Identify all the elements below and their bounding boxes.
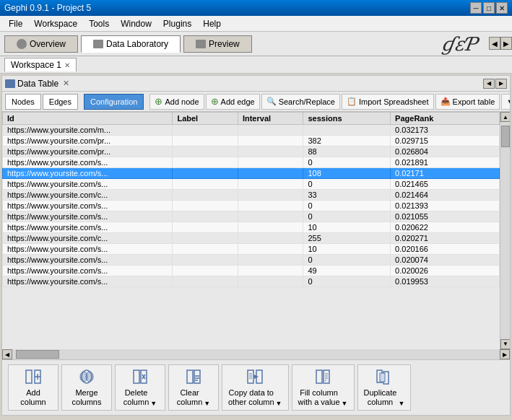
maximize-button[interactable]: □ <box>483 2 495 14</box>
table-row[interactable]: https://www.yoursite.com/s...100.020622 <box>3 222 500 233</box>
tab-nodes[interactable]: Nodes <box>5 94 41 110</box>
panel-close-icon[interactable]: ✕ <box>63 79 69 88</box>
scroll-down-button[interactable]: ▼ <box>500 339 510 349</box>
table-cell: 0.020074 <box>391 255 500 266</box>
table-row[interactable]: https://www.yoursite.com/pr...3820.02971… <box>3 136 500 146</box>
table-cell: 0.020271 <box>391 233 500 244</box>
add-node-button[interactable]: ⊕ Add node <box>149 94 204 110</box>
table-row[interactable]: https://www.yoursite.com/s...00.021393 <box>3 201 500 211</box>
table-cell: 88 <box>303 146 391 157</box>
merge-columns-button[interactable]: Mergecolumns <box>61 364 112 411</box>
table-cell: https://www.yoursite.com/s... <box>3 266 173 276</box>
minimize-button[interactable]: ─ <box>470 2 482 14</box>
scroll-up-button[interactable]: ▲ <box>500 112 510 122</box>
table-cell <box>238 211 303 222</box>
duplicate-column-button[interactable]: Duplicatecolumn ▼ <box>357 364 412 411</box>
svg-point-7 <box>86 372 93 382</box>
table-cell: https://www.yoursite.com/s... <box>3 276 173 287</box>
workspace-tab[interactable]: Workspace 1 ✕ <box>4 58 77 71</box>
menu-file[interactable]: File <box>3 17 28 30</box>
table-cell <box>238 190 303 201</box>
tab-data-laboratory[interactable]: Data Laboratory <box>81 35 181 53</box>
search-replace-button[interactable]: 🔍 Search/Replace <box>261 94 340 110</box>
export-table-button[interactable]: 📤 Export table <box>435 94 500 110</box>
table-cell: 255 <box>303 233 391 244</box>
table-cell: https://www.yoursite.com/s... <box>3 244 173 255</box>
table-cell <box>238 125 303 136</box>
tab-edges[interactable]: Edges <box>43 94 78 110</box>
svg-rect-8 <box>134 370 139 383</box>
delete-column-label-row: Deletecolumn ▼ <box>123 388 157 407</box>
table-cell: https://www.yoursite.com/s... <box>3 157 173 168</box>
add-column-button[interactable]: Addcolumn <box>8 364 58 411</box>
table-cell: https://www.yoursite.com/s... <box>3 211 173 222</box>
title-bar: Gephi 0.9.1 - Project 5 ─ □ ✕ <box>0 0 512 16</box>
tab-configuration[interactable]: Configuration <box>84 94 144 110</box>
table-cell: 0.021393 <box>391 201 500 211</box>
table-cell <box>238 179 303 190</box>
table-row[interactable]: https://www.yoursite.com/s...490.020026 <box>3 266 500 276</box>
h-scroll-thumb[interactable] <box>16 350 59 359</box>
menu-tools[interactable]: Tools <box>83 17 115 30</box>
menu-workspace[interactable]: Workspace <box>28 17 83 30</box>
nav-arrow-right[interactable]: ▶ <box>500 37 512 50</box>
table-row[interactable]: https://www.yoursite.com/pr...880.026804 <box>3 146 500 157</box>
table-cell: 0.02171 <box>391 168 500 179</box>
import-spreadsheet-button[interactable]: 📋 Import Spreadsheet <box>342 94 434 110</box>
add-column-icon <box>25 368 42 385</box>
panel-nav-left[interactable]: ◀ <box>483 79 495 89</box>
delete-column-icon <box>131 368 149 385</box>
table-row[interactable]: https://www.yoursite.com/s...00.019953 <box>3 276 500 287</box>
add-node-icon: ⊕ <box>155 96 162 107</box>
vertical-scrollbar: ▲ ▼ <box>500 112 510 349</box>
close-button[interactable]: ✕ <box>496 2 508 14</box>
nav-tabs: Overview Data Laboratory Preview ɠɛƤ ◀ ▶ <box>0 32 512 56</box>
table-row[interactable]: https://www.yoursite.com/s...00.021055 <box>3 211 500 222</box>
scroll-left-button[interactable]: ◀ <box>2 349 12 359</box>
table-row[interactable]: https://www.yoursite.com/s...100.020166 <box>3 244 500 255</box>
table-cell: https://www.yoursite.com/s... <box>3 168 173 179</box>
menu-help[interactable]: Help <box>197 17 227 30</box>
tab-overview[interactable]: Overview <box>4 35 78 53</box>
tab-preview[interactable]: Preview <box>183 35 252 53</box>
menu-window[interactable]: Window <box>115 17 157 30</box>
table-row[interactable]: https://www.yoursite.com/c...2550.020271 <box>3 233 500 244</box>
table-row[interactable]: https://www.yoursite.com/c...330.021464 <box>3 190 500 201</box>
add-edge-button[interactable]: ⊕ Add edge <box>206 94 260 110</box>
table-cell: 0.020622 <box>391 222 500 233</box>
scroll-right-button[interactable]: ▶ <box>500 349 510 359</box>
table-cell <box>173 255 238 266</box>
col-header-id: Id <box>3 113 173 125</box>
more-actions-button[interactable]: ▼ More act <box>501 94 510 110</box>
table-cell: 49 <box>303 266 391 276</box>
col-header-sessions: sessions <box>303 113 391 125</box>
table-row[interactable]: https://www.yoursite.com/s...00.021465 <box>3 179 500 190</box>
table-cell <box>238 136 303 146</box>
window-controls: ─ □ ✕ <box>470 2 508 14</box>
preview-icon <box>196 40 206 48</box>
clear-column-button[interactable]: Clearcolumn ▼ <box>168 364 219 411</box>
table-cell: 10 <box>303 222 391 233</box>
scroll-track <box>500 122 510 339</box>
copy-data-button[interactable]: Copy data toother column ▼ <box>222 364 289 411</box>
fill-column-button[interactable]: Fill columnwith a value ▼ <box>292 364 355 411</box>
table-row[interactable]: https://www.yoursite.com/s...00.021891 <box>3 157 500 168</box>
delete-column-button[interactable]: Deletecolumn ▼ <box>115 364 165 411</box>
table-cell <box>238 146 303 157</box>
table-cell: https://www.yoursite.com/c... <box>3 233 173 244</box>
panel-nav: ◀ ▶ <box>483 79 507 89</box>
tab-data-lab-label: Data Laboratory <box>106 39 168 49</box>
table-cell: https://www.yoursite.com/s... <box>3 179 173 190</box>
table-cell <box>173 168 238 179</box>
nav-arrow-left[interactable]: ◀ <box>489 37 500 50</box>
table-row[interactable]: https://www.yoursite.com/s...00.020074 <box>3 255 500 266</box>
table-row[interactable]: https://www.yoursite.com/s...1080.02171 <box>3 168 500 179</box>
menu-plugins[interactable]: Plugins <box>157 17 197 30</box>
scroll-thumb[interactable] <box>501 126 510 147</box>
workspace-close-icon[interactable]: ✕ <box>64 61 70 69</box>
table-row[interactable]: https://www.yoursite.com/m...0.032173 <box>3 125 500 136</box>
panel-nav-right[interactable]: ▶ <box>495 79 507 89</box>
workspace-label: Workspace 1 <box>11 60 61 70</box>
table-scroll-container[interactable]: Id Label Interval sessions PageRank http… <box>2 112 500 349</box>
table-cell: 0 <box>303 157 391 168</box>
